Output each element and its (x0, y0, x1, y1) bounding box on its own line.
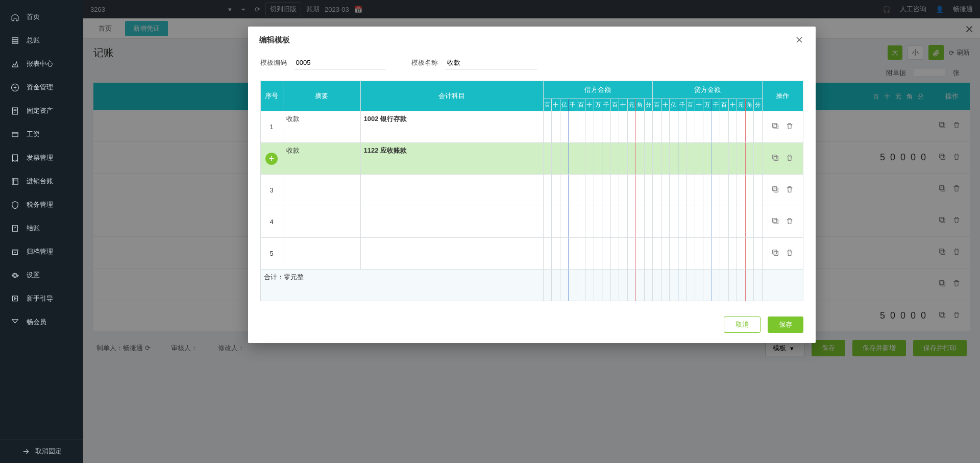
sidebar-item-4[interactable]: 固定资产 (0, 99, 83, 123)
amount-cell[interactable] (653, 206, 662, 238)
amount-cell[interactable] (627, 238, 636, 270)
amount-cell[interactable] (670, 206, 678, 238)
sidebar-item-1[interactable]: 总账 (0, 29, 83, 52)
amount-cell[interactable] (594, 143, 602, 175)
amount-cell[interactable] (627, 206, 636, 238)
amount-cell[interactable] (745, 238, 754, 270)
amount-cell[interactable] (703, 143, 712, 175)
amount-cell[interactable] (610, 143, 619, 175)
copy-row-icon[interactable] (771, 185, 779, 195)
amount-cell[interactable] (695, 143, 703, 175)
modal-save-button[interactable]: 保存 (768, 316, 803, 333)
sidebar-item-11[interactable]: 设置 (0, 263, 83, 287)
amount-cell[interactable] (728, 111, 737, 143)
amount-cell[interactable] (560, 111, 569, 143)
amount-cell[interactable] (678, 206, 687, 238)
amount-cell[interactable] (577, 143, 585, 175)
amount-cell[interactable] (720, 111, 729, 143)
amount-cell[interactable] (653, 238, 662, 270)
amount-cell[interactable] (543, 175, 552, 206)
amount-cell[interactable] (602, 206, 611, 238)
amount-cell[interactable] (610, 111, 619, 143)
subject-cell[interactable]: 1002 银行存款 (360, 111, 543, 143)
amount-cell[interactable] (703, 175, 712, 206)
amount-cell[interactable] (636, 175, 645, 206)
template-name-input[interactable] (445, 56, 537, 69)
amount-cell[interactable] (602, 175, 611, 206)
amount-cell[interactable] (670, 175, 678, 206)
amount-cell[interactable] (619, 175, 628, 206)
amount-cell[interactable] (678, 111, 687, 143)
subject-cell[interactable] (360, 238, 543, 270)
sidebar-unpin[interactable]: 取消固定 (0, 439, 83, 463)
amount-cell[interactable] (728, 238, 737, 270)
amount-cell[interactable] (552, 143, 560, 175)
amount-cell[interactable] (695, 238, 703, 270)
amount-cell[interactable] (560, 206, 569, 238)
amount-cell[interactable] (644, 238, 653, 270)
summary-cell[interactable] (283, 175, 360, 206)
amount-cell[interactable] (670, 111, 678, 143)
amount-cell[interactable] (644, 111, 653, 143)
amount-cell[interactable] (728, 175, 737, 206)
amount-cell[interactable] (754, 175, 763, 206)
amount-cell[interactable] (712, 111, 720, 143)
sidebar-item-2[interactable]: 报表中心 (0, 52, 83, 76)
amount-cell[interactable] (585, 175, 594, 206)
copy-row-icon[interactable] (771, 122, 779, 132)
amount-cell[interactable] (644, 206, 653, 238)
amount-cell[interactable] (644, 175, 653, 206)
amount-cell[interactable] (712, 238, 720, 270)
amount-cell[interactable] (585, 111, 594, 143)
amount-cell[interactable] (543, 111, 552, 143)
amount-cell[interactable] (695, 206, 703, 238)
amount-cell[interactable] (619, 111, 628, 143)
amount-cell[interactable] (569, 111, 577, 143)
amount-cell[interactable] (687, 143, 695, 175)
amount-cell[interactable] (712, 206, 720, 238)
amount-cell[interactable] (594, 111, 602, 143)
amount-cell[interactable] (560, 143, 569, 175)
delete-row-icon[interactable] (786, 217, 794, 227)
sidebar-item-3[interactable]: 资金管理 (0, 76, 83, 99)
amount-cell[interactable] (619, 143, 628, 175)
amount-cell[interactable] (619, 238, 628, 270)
amount-cell[interactable] (627, 175, 636, 206)
sidebar-item-7[interactable]: 进销台账 (0, 169, 83, 193)
summary-cell[interactable]: 收款 (283, 143, 360, 175)
amount-cell[interactable] (703, 111, 712, 143)
amount-cell[interactable] (653, 175, 662, 206)
amount-cell[interactable] (552, 206, 560, 238)
amount-cell[interactable] (552, 238, 560, 270)
amount-cell[interactable] (661, 111, 670, 143)
amount-cell[interactable] (712, 175, 720, 206)
amount-cell[interactable] (577, 111, 585, 143)
amount-cell[interactable] (737, 111, 746, 143)
sidebar-item-0[interactable]: 首页 (0, 5, 83, 29)
amount-cell[interactable] (661, 238, 670, 270)
amount-cell[interactable] (636, 206, 645, 238)
amount-cell[interactable] (644, 143, 653, 175)
amount-cell[interactable] (737, 238, 746, 270)
amount-cell[interactable] (678, 238, 687, 270)
add-row-button[interactable]: + (265, 153, 278, 165)
amount-cell[interactable] (552, 111, 560, 143)
amount-cell[interactable] (552, 175, 560, 206)
copy-row-icon[interactable] (771, 154, 779, 163)
amount-cell[interactable] (569, 206, 577, 238)
amount-cell[interactable] (619, 206, 628, 238)
amount-cell[interactable] (720, 143, 729, 175)
amount-cell[interactable] (585, 143, 594, 175)
amount-cell[interactable] (745, 111, 754, 143)
delete-row-icon[interactable] (786, 122, 794, 132)
modal-cancel-button[interactable]: 取消 (724, 316, 761, 333)
amount-cell[interactable] (627, 143, 636, 175)
amount-cell[interactable] (754, 238, 763, 270)
amount-cell[interactable] (754, 111, 763, 143)
sidebar-item-8[interactable]: 税务管理 (0, 193, 83, 216)
amount-cell[interactable] (627, 111, 636, 143)
amount-cell[interactable] (678, 175, 687, 206)
template-code-input[interactable] (294, 56, 386, 69)
amount-cell[interactable] (610, 206, 619, 238)
amount-cell[interactable] (585, 238, 594, 270)
